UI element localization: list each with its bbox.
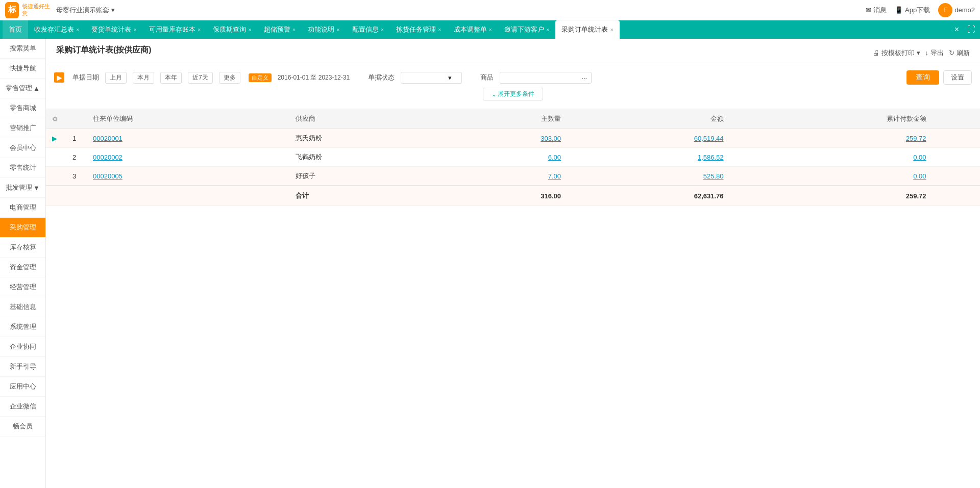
setting-button[interactable]: 设置 <box>943 70 972 85</box>
date-last-month-btn[interactable]: 上月 <box>105 72 127 84</box>
sidebar-item-ecommerce-mgmt[interactable]: 电商管理 <box>0 198 45 218</box>
paid-amount-cell: 259.72 <box>730 129 933 148</box>
logo-icon: 标 <box>5 2 19 18</box>
main-qty-column-header: 主数量 <box>440 109 567 129</box>
refresh-button[interactable]: ↻ 刷新 <box>949 48 970 58</box>
table-header-row: ⚙ 往来单位编码 供应商 主数量 金额 累计付款金额 <box>46 109 980 129</box>
tab-cost-adjust[interactable]: 成本调整单 × <box>448 20 498 39</box>
close-tab-icon[interactable]: × <box>489 27 492 33</box>
close-tab-icon[interactable]: × <box>336 27 339 33</box>
filter-toggle-button[interactable]: ▶ <box>54 72 64 83</box>
page-title: 采购订单统计表(按供应商) <box>56 45 152 56</box>
close-tab-icon[interactable]: × <box>76 27 79 33</box>
expand-row: ⌄ 展开更多条件 <box>54 85 972 104</box>
close-tab-icon[interactable]: × <box>610 27 613 33</box>
sidebar-item-enterprise-collab[interactable]: 企业协同 <box>0 337 45 357</box>
supplier-code-link[interactable]: 00020005 <box>93 172 122 180</box>
sidebar-item-search[interactable]: 搜索英单 <box>0 39 45 59</box>
sidebar-item-system-mgmt[interactable]: 系统管理 <box>0 317 45 337</box>
footer-row: 合计 316.00 62,631.76 259.72 <box>46 186 980 206</box>
sidebar-item-basic-info[interactable]: 基础信息 <box>0 297 45 317</box>
sidebar-item-retail-stats[interactable]: 零售统计 <box>0 158 45 178</box>
supplier-code-column-header: 往来单位编码 <box>87 109 289 129</box>
tab-function-desc[interactable]: 功能说明 × <box>302 20 346 39</box>
tab-invite-downstream[interactable]: 邀请下游客户 × <box>498 20 555 39</box>
date-filter-row: 单据日期 上月 本月 本年 近7天 更多 自定义 2016-01-01 至 20… <box>72 72 350 84</box>
sidebar-item-membership[interactable]: 畅会员 <box>0 417 45 436</box>
close-tab-icon[interactable]: × <box>292 27 296 33</box>
logo-area: 标 畅捷通好生意 <box>5 2 51 18</box>
footer-amount: 62,631.76 <box>567 186 730 206</box>
main-qty-cell: 7.00 <box>440 167 567 186</box>
close-tab-icon[interactable]: × <box>248 27 251 33</box>
sidebar-item-app-center[interactable]: 应用中心 <box>0 377 45 397</box>
query-button[interactable]: 查询 <box>906 70 939 85</box>
tab-purchase-stats[interactable]: 采购订单统计表 × <box>555 20 619 39</box>
amount-cell: 1,586.52 <box>567 148 730 167</box>
sidebar-item-marketing[interactable]: 营销推广 <box>0 118 45 138</box>
export-icon: ↓ <box>925 49 929 57</box>
supplier-code-link[interactable]: 00020001 <box>93 135 122 142</box>
tab-pick-task[interactable]: 拣货任务管理 × <box>390 20 447 39</box>
app-download-button[interactable]: 📱 App下载 <box>895 6 930 15</box>
close-tab-icon[interactable]: × <box>438 27 441 33</box>
tab-receive-summary[interactable]: 收发存汇总表 × <box>28 20 85 39</box>
sidebar-item-operation-mgmt[interactable]: 经营管理 <box>0 277 45 297</box>
filter-bar: ▶ 单据日期 上月 本月 本年 近7天 更多 自定义 2016-01-01 至 … <box>46 65 980 109</box>
message-button[interactable]: ✉ 消息 <box>866 6 887 15</box>
sidebar-item-quick-nav[interactable]: 快捷导航 <box>0 59 45 79</box>
goods-input-wrap[interactable]: ··· <box>500 72 592 84</box>
footer-empty-3 <box>87 186 289 206</box>
refresh-icon: ↻ <box>949 49 954 57</box>
supplier-code-link[interactable]: 00020002 <box>93 153 122 161</box>
close-tab-icon[interactable]: × <box>546 27 549 33</box>
table-row: 2 00020002 飞鹤奶粉 6.00 1,586.52 <box>46 148 980 167</box>
tab-available-stock[interactable]: 可用量库存账本 × <box>143 20 207 39</box>
row-expand-icon[interactable]: ▶ <box>52 135 57 142</box>
extra-cell <box>933 148 980 167</box>
tab-config-info[interactable]: 配置信息 × <box>346 20 390 39</box>
sidebar-item-enterprise-wechat[interactable]: 企业微信 <box>0 397 45 417</box>
amount-column-header: 金额 <box>567 109 730 129</box>
close-tab-icon[interactable]: × <box>133 27 136 33</box>
supplier-code-cell: 00020005 <box>87 167 289 186</box>
sidebar-item-newbie-guide[interactable]: 新手引导 <box>0 357 45 377</box>
date-7days-btn[interactable]: 近7天 <box>188 72 213 84</box>
sidebar: 搜索英单 快捷导航 零售管理 ▲ 零售商城 营销推广 会员中心 零售统计 批发管… <box>0 39 46 488</box>
tab-home[interactable]: 首页 <box>3 20 28 39</box>
sidebar-item-retail-mall[interactable]: 零售商城 <box>0 98 45 118</box>
paid-amount-column-header: 累计付款金额 <box>730 109 933 129</box>
fullscreen-button[interactable]: ⛶ <box>965 25 977 34</box>
close-tab-icon[interactable]: × <box>381 27 384 33</box>
top-bar-right: ✉ 消息 📱 App下载 E demo2 <box>866 3 975 17</box>
nav-tabs: 首页 收发存汇总表 × 要货单统计表 × 可用量库存账本 × 保质期查询 × 超… <box>0 20 980 39</box>
supplier-name-cell: 飞鹤奶粉 <box>289 148 440 167</box>
sidebar-item-member-center[interactable]: 会员中心 <box>0 138 45 158</box>
sidebar-item-purchase-mgmt[interactable]: 采购管理 <box>0 218 45 238</box>
tab-overstock-warning[interactable]: 超储预警 × <box>258 20 302 39</box>
supplier-code-cell: 00020001 <box>87 129 289 148</box>
date-this-month-btn[interactable]: 本月 <box>133 72 154 84</box>
column-settings-icon[interactable]: ⚙ <box>52 115 58 123</box>
close-all-tabs-button[interactable]: × <box>952 25 961 34</box>
sidebar-item-inventory-check[interactable]: 库存核算 <box>0 238 45 258</box>
export-button[interactable]: ↓ 导出 <box>925 48 944 58</box>
supplier-name-column-header: 供应商 <box>289 109 440 129</box>
sidebar-item-finance-mgmt[interactable]: 资金管理 <box>0 258 45 277</box>
footer-empty-2 <box>66 186 87 206</box>
user-avatar-button[interactable]: E demo2 <box>938 3 975 17</box>
chevron-down-icon: ▾ <box>917 49 920 57</box>
workspace-selector[interactable]: 母婴行业演示账套 ▾ <box>56 6 115 15</box>
close-tab-icon[interactable]: × <box>198 27 201 33</box>
sidebar-item-retail-mgmt[interactable]: 零售管理 ▲ <box>0 79 45 98</box>
tab-shelf-life[interactable]: 保质期查询 × <box>207 20 257 39</box>
status-select[interactable]: ▾ <box>401 72 462 84</box>
tab-goods-stats[interactable]: 要货单统计表 × <box>85 20 142 39</box>
row-expand-cell: ▶ <box>46 129 66 148</box>
expand-more-button[interactable]: ⌄ 展开更多条件 <box>483 88 543 100</box>
print-button[interactable]: 🖨 按模板打印 ▾ <box>873 48 920 58</box>
sidebar-item-wholesale-mgmt[interactable]: 批发管理 ▼ <box>0 178 45 198</box>
extra-column-header <box>933 109 980 129</box>
date-this-year-btn[interactable]: 本年 <box>160 72 182 84</box>
date-more-btn[interactable]: 更多 <box>219 72 240 84</box>
